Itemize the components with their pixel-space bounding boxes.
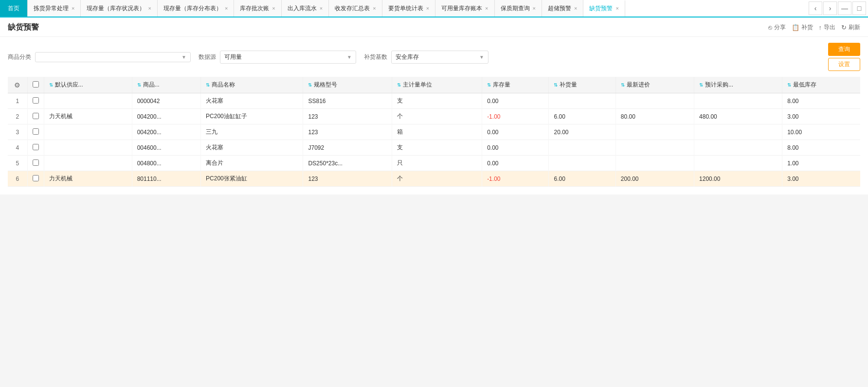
- th-latest-price[interactable]: ⇅ 最新进价: [615, 77, 694, 93]
- share-button[interactable]: ⎋ 分享: [768, 23, 786, 32]
- tab-pick[interactable]: 拣货异常处理 ×: [28, 0, 81, 17]
- tab-summary-close[interactable]: ×: [373, 5, 376, 11]
- tab-avail[interactable]: 可用量库存账本 ×: [435, 0, 494, 17]
- th-stock-label: 库存量: [493, 81, 510, 89]
- tab-prev-button[interactable]: ‹: [809, 1, 822, 15]
- row-latest-price: [615, 124, 694, 140]
- tab-pick-label: 拣货异常处理: [34, 4, 69, 13]
- th-spec[interactable]: ⇅ 规格型号: [303, 77, 392, 93]
- th-min-stock-label: 最低库存: [793, 81, 816, 89]
- replenish-button[interactable]: 📋 补货: [792, 23, 813, 32]
- th-code-label: 商品...: [143, 81, 160, 89]
- tab-batch-close[interactable]: ×: [272, 5, 275, 11]
- export-button[interactable]: ↑ 导出: [819, 23, 836, 32]
- tab-summary[interactable]: 收发存汇总表 ×: [329, 0, 382, 17]
- tab-flow[interactable]: 出入库流水 ×: [282, 0, 329, 17]
- th-code[interactable]: ⇅ 商品...: [132, 77, 200, 93]
- th-stock[interactable]: ⇅ 库存量: [482, 77, 549, 93]
- row-unit: 支: [392, 140, 482, 156]
- datasource-select-arrow: ▼: [347, 54, 352, 60]
- replenish-base-select-value: 安全库存: [396, 53, 419, 61]
- refresh-button[interactable]: ↻ 刷新: [841, 23, 860, 32]
- tab-inv2[interactable]: 现存量（库存分布表） ×: [158, 0, 234, 17]
- tab-inv1-close[interactable]: ×: [148, 5, 151, 11]
- row-latest-price: 200.00: [615, 171, 694, 187]
- tab-expire[interactable]: 保质期查询 ×: [495, 0, 542, 17]
- tab-home[interactable]: 首页: [0, 0, 28, 17]
- category-filter-group: 商品分类 ▼: [8, 52, 191, 62]
- tab-home-label: 首页: [8, 4, 19, 13]
- row-supplier: 力天机械: [44, 109, 132, 124]
- row-spec: 123: [303, 109, 392, 124]
- row-unit: 个: [392, 109, 482, 124]
- datasource-filter-label: 数据源: [199, 53, 216, 61]
- gear-icon[interactable]: ⚙: [14, 81, 20, 89]
- datasource-select[interactable]: 可用量 ▼: [220, 51, 356, 64]
- category-select-arrow: ▼: [181, 54, 186, 60]
- row-min-stock: 3.00: [782, 109, 860, 124]
- th-latest-price-label: 最新进价: [627, 81, 650, 89]
- row-checkbox-cell: [27, 171, 44, 187]
- th-est-purchase[interactable]: ⇅ 预计采购...: [694, 77, 782, 93]
- tab-flow-label: 出入库流水: [288, 4, 317, 13]
- sort-unit-icon: ⇅: [397, 82, 401, 88]
- row-checkbox[interactable]: [33, 128, 39, 135]
- settings-button[interactable]: 设置: [828, 58, 860, 71]
- th-replenish[interactable]: ⇅ 补货量: [549, 77, 615, 93]
- tab-order[interactable]: 要货单统计表 ×: [382, 0, 435, 17]
- table-header-row: ⚙ ⇅ 默认供应... ⇅ 商品...: [8, 77, 860, 93]
- refresh-label: 刷新: [849, 23, 860, 32]
- filter-bar: 商品分类 ▼ 数据源 可用量 ▼ 补货基数 安全库存 ▼ 查询 设置: [0, 37, 868, 77]
- replenish-base-filter-group: 补货基数 安全库存 ▼: [364, 51, 488, 64]
- tab-order-close[interactable]: ×: [426, 5, 429, 11]
- replenish-base-filter-label: 补货基数: [364, 53, 387, 61]
- row-stock: 0.00: [482, 140, 549, 156]
- sort-supplier-icon: ⇅: [49, 82, 53, 88]
- row-code: 801110...: [132, 171, 200, 187]
- query-button[interactable]: 查询: [828, 43, 860, 56]
- row-min-stock: 1.00: [782, 156, 860, 171]
- row-checkbox-cell: [27, 109, 44, 124]
- tab-minimize-button[interactable]: —: [838, 1, 851, 15]
- th-name-label: 商品名称: [212, 81, 235, 89]
- row-checkbox[interactable]: [33, 97, 39, 104]
- row-name: 离合片: [201, 156, 303, 171]
- tab-over[interactable]: 超储预警 ×: [542, 0, 583, 17]
- tab-pick-close[interactable]: ×: [72, 5, 74, 11]
- share-icon: ⎋: [768, 24, 772, 31]
- category-select[interactable]: ▼: [35, 52, 191, 62]
- tab-inv1[interactable]: 现存量（库存状况表） ×: [81, 0, 157, 17]
- th-supplier[interactable]: ⇅ 默认供应...: [44, 77, 132, 93]
- select-all-checkbox[interactable]: [33, 81, 39, 88]
- row-replenish: 6.00: [549, 109, 615, 124]
- row-supplier: [44, 140, 132, 156]
- row-checkbox[interactable]: [33, 159, 39, 166]
- tab-flow-close[interactable]: ×: [320, 5, 323, 11]
- tab-avail-close[interactable]: ×: [485, 5, 488, 11]
- datasource-filter-group: 数据源 可用量 ▼: [199, 51, 356, 64]
- replenish-base-select[interactable]: 安全库存 ▼: [391, 51, 488, 64]
- row-checkbox-cell: [27, 124, 44, 140]
- th-unit[interactable]: ⇅ 主计量单位: [392, 77, 482, 93]
- tab-expire-close[interactable]: ×: [533, 5, 536, 11]
- tab-shortage[interactable]: 缺货预警 ×: [583, 0, 625, 17]
- row-spec: 123: [303, 124, 392, 140]
- table-row: 5 004800... 离合片 DS250*23c... 只 0.00 1.00: [8, 156, 860, 171]
- tab-inv2-close[interactable]: ×: [225, 5, 228, 11]
- tab-over-close[interactable]: ×: [574, 5, 577, 11]
- row-stock: -1.00: [482, 171, 549, 187]
- sort-name-icon: ⇅: [206, 82, 210, 88]
- row-min-stock: 10.00: [782, 124, 860, 140]
- tab-shortage-close[interactable]: ×: [615, 5, 618, 11]
- tab-maximize-button[interactable]: □: [852, 1, 866, 15]
- row-spec: SS816: [303, 93, 392, 109]
- row-checkbox[interactable]: [33, 113, 39, 119]
- row-checkbox[interactable]: [33, 144, 39, 150]
- row-replenish: [549, 156, 615, 171]
- th-min-stock[interactable]: ⇅ 最低库存: [782, 77, 860, 93]
- tab-batch[interactable]: 库存批次账 ×: [234, 0, 281, 17]
- filter-actions: 查询 设置: [828, 43, 860, 71]
- th-name[interactable]: ⇅ 商品名称: [201, 77, 303, 93]
- tab-next-button[interactable]: ›: [823, 1, 837, 15]
- row-checkbox[interactable]: [33, 175, 39, 181]
